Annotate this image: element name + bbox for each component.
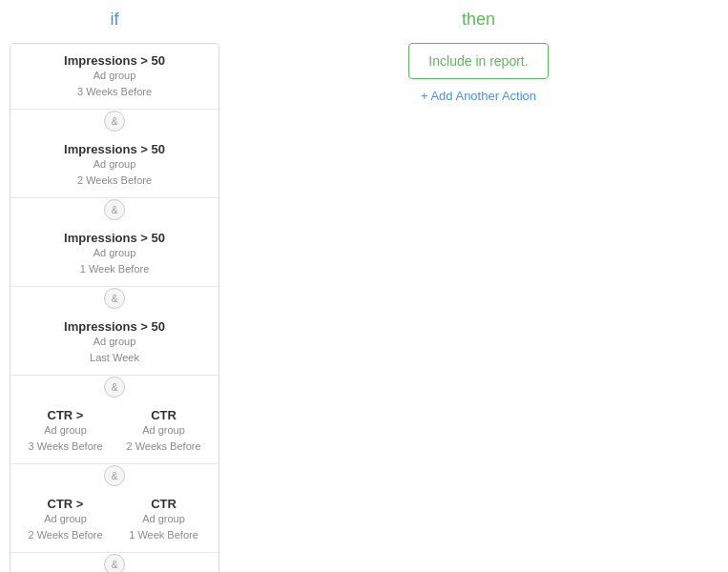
add-action-link[interactable]: + Add Another Action [421,89,536,103]
and-badge-2: & [10,198,218,221]
ctr-right-sub2-1: 2 Weeks Before [114,439,213,455]
ctr-right-sub1-1: Ad group [114,422,213,439]
conditions-box: Impressions > 50 Ad group 3 Weeks Before… [10,43,219,572]
condition-impressions-1week: Impressions > 50 Ad group 1 Week Before [10,221,218,287]
ctr-left-main-1: CTR > [16,408,114,422]
condition-sub2-4: Last Week [24,350,205,366]
condition-main-4: Impressions > 50 [24,319,205,334]
condition-ctr-3w-2w: CTR > Ad group 3 Weeks Before CTR Ad gro… [10,398,218,464]
condition-sub2-1: 3 Weeks Before [24,84,205,100]
and-circle-1: & [104,111,125,132]
then-header: then [462,10,495,30]
condition-impressions-2weeks: Impressions > 50 Ad group 2 Weeks Before [10,133,218,198]
and-badge-5: & [10,464,218,487]
condition-sub1-2: Ad group [24,156,205,173]
condition-ctr-left-1: CTR > Ad group 3 Weeks Before [16,408,114,454]
if-section: if Impressions > 50 Ad group 3 Weeks Bef… [0,10,229,572]
and-badge-3: & [10,287,218,310]
and-circle-6: & [104,554,125,572]
condition-sub1-4: Ad group [24,334,205,350]
ctr-right-sub1-2: Ad group [114,511,213,527]
ctr-left-sub2-2: 2 Weeks Before [16,527,114,543]
condition-sub1-3: Ad group [24,245,205,261]
ctr-right-main-2: CTR [114,497,213,511]
condition-main-1: Impressions > 50 [24,53,205,68]
condition-impressions-3weeks: Impressions > 50 Ad group 3 Weeks Before [10,44,218,110]
condition-sub2-3: 1 Week Before [24,261,205,277]
condition-ctr-2w-1w: CTR > Ad group 2 Weeks Before CTR Ad gro… [10,487,218,553]
and-badge-1: & [10,110,218,133]
condition-ctr-right-2: CTR Ad group 1 Week Before [114,497,213,542]
if-header: if [111,10,119,30]
condition-main-2: Impressions > 50 [24,142,205,156]
ctr-right-main-1: CTR [114,408,213,422]
condition-sub2-2: 2 Weeks Before [24,173,205,189]
ctr-right-sub2-2: 1 Week Before [114,527,213,543]
condition-ctr-left-2: CTR > Ad group 2 Weeks Before [16,497,114,542]
and-circle-2: & [104,199,125,220]
and-circle-5: & [104,465,125,486]
and-circle-3: & [104,288,125,309]
and-circle-4: & [104,377,125,398]
condition-impressions-lastweek: Impressions > 50 Ad group Last Week [10,310,218,376]
ctr-left-sub1-1: Ad group [16,422,114,439]
then-section: then Include in report. + Add Another Ac… [229,10,728,572]
and-badge-6: & [10,553,218,572]
include-report-button[interactable]: Include in report. [408,43,548,79]
and-badge-4: & [10,376,218,398]
condition-sub1-1: Ad group [24,68,205,84]
ctr-left-main-2: CTR > [16,497,114,511]
condition-main-3: Impressions > 50 [24,231,205,245]
ctr-left-sub2-1: 3 Weeks Before [16,439,114,455]
ctr-left-sub1-2: Ad group [16,511,114,527]
condition-ctr-right-1: CTR Ad group 2 Weeks Before [114,408,213,454]
